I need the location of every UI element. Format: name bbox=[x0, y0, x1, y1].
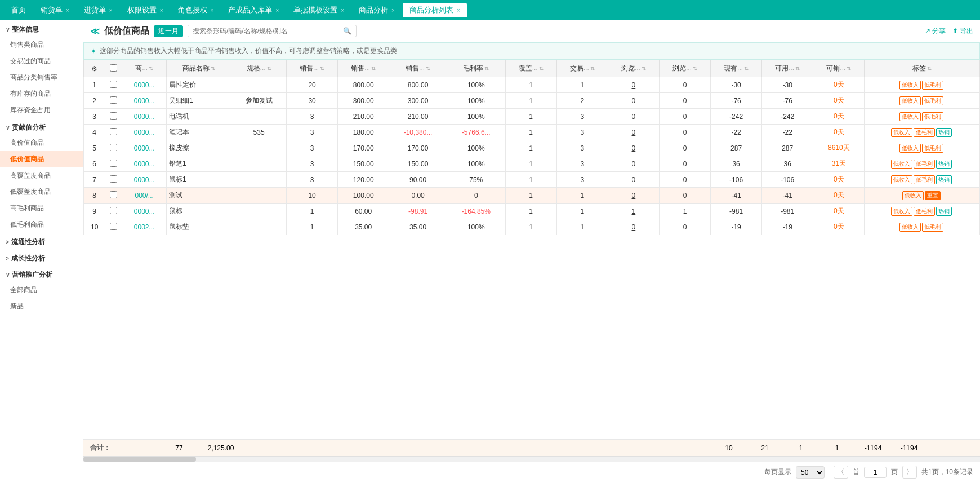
row-view1[interactable]: 0 bbox=[608, 219, 659, 235]
close-icon[interactable]: × bbox=[160, 7, 163, 14]
row-view1[interactable]: 0 bbox=[608, 109, 659, 125]
nav-item[interactable]: 进货单× bbox=[77, 3, 119, 17]
sort-icon[interactable]: ⇅ bbox=[539, 65, 544, 72]
col-header-view1[interactable]: 浏览...⇅ bbox=[608, 60, 659, 77]
close-icon[interactable]: × bbox=[457, 7, 460, 14]
share-btn[interactable]: ↗ 分享 bbox=[925, 26, 946, 36]
close-icon[interactable]: × bbox=[109, 7, 113, 14]
col-header-trade[interactable]: 交易...⇅ bbox=[556, 60, 608, 77]
nav-item[interactable]: 商品分析× bbox=[352, 3, 402, 17]
row-checkbox[interactable] bbox=[110, 81, 117, 88]
sort-icon[interactable]: ⇅ bbox=[371, 65, 376, 72]
nav-item[interactable]: 销货单× bbox=[34, 3, 76, 17]
per-page-select[interactable]: 50 100 200 bbox=[796, 466, 825, 479]
col-header-coverage[interactable]: 覆盖...⇅ bbox=[505, 60, 556, 77]
sidebar-item[interactable]: 低覆盖度商品 bbox=[0, 184, 83, 200]
row-checkbox[interactable] bbox=[110, 191, 117, 198]
next-page-btn[interactable]: 〉 bbox=[902, 466, 917, 479]
col-header-sellable[interactable]: 可销...⇅ bbox=[813, 60, 865, 77]
col-header-tags[interactable]: 标签⇅ bbox=[865, 60, 980, 77]
sidebar-group-title[interactable]: >流通性分析 bbox=[0, 233, 83, 249]
sidebar-item[interactable]: 库存资金占用 bbox=[0, 102, 83, 118]
row-checkbox[interactable] bbox=[110, 175, 117, 183]
row-view1[interactable]: 0 bbox=[608, 188, 659, 204]
sidebar-item[interactable]: 高毛利商品 bbox=[0, 200, 83, 216]
row-view1[interactable]: 0 bbox=[608, 77, 659, 93]
col-header-spec[interactable]: 规格...⇅ bbox=[231, 60, 287, 77]
sort-icon[interactable]: ⇅ bbox=[426, 65, 430, 72]
sidebar-group-title[interactable]: >成长性分析 bbox=[0, 249, 83, 266]
sidebar-item[interactable]: 高覆盖度商品 bbox=[0, 167, 83, 184]
prev-page-btn[interactable]: 〈 bbox=[834, 466, 848, 479]
col-header-current_stock[interactable]: 现有...⇅ bbox=[711, 60, 762, 77]
sort-icon[interactable]: ⇅ bbox=[744, 65, 749, 72]
settings-icon[interactable]: ⚙ bbox=[91, 65, 97, 73]
col-header-sales_amount[interactable]: 销售...⇅ bbox=[338, 60, 389, 77]
col-header-sales_profit[interactable]: 销售...⇅ bbox=[389, 60, 447, 77]
search-input[interactable] bbox=[193, 27, 341, 35]
col-header-checkbox[interactable] bbox=[105, 60, 122, 77]
col-header-id[interactable]: 商...⇅ bbox=[122, 60, 167, 77]
nav-item[interactable]: 单据模板设置× bbox=[287, 3, 351, 17]
col-header-settings[interactable]: ⚙ bbox=[84, 60, 105, 77]
sort-icon[interactable]: ⇅ bbox=[267, 65, 271, 72]
row-checkbox[interactable] bbox=[110, 144, 117, 151]
page-input[interactable] bbox=[864, 467, 887, 478]
row-view1[interactable]: 1 bbox=[608, 204, 659, 219]
select-all-checkbox[interactable] bbox=[110, 64, 117, 72]
sort-icon[interactable]: ⇅ bbox=[320, 65, 324, 72]
sort-icon[interactable]: ⇅ bbox=[847, 65, 851, 72]
close-icon[interactable]: × bbox=[66, 7, 69, 14]
sidebar-item[interactable]: 低毛利商品 bbox=[0, 216, 83, 233]
nav-item[interactable]: 首页 bbox=[5, 3, 33, 17]
sidebar-item[interactable]: 全部商品 bbox=[0, 282, 83, 298]
row-checkbox[interactable] bbox=[110, 207, 117, 214]
sidebar-item[interactable]: 高价值商品 bbox=[0, 135, 83, 151]
sort-icon[interactable]: ⇅ bbox=[693, 65, 697, 72]
row-view1[interactable]: 0 bbox=[608, 125, 659, 140]
search-icon[interactable]: 🔍 bbox=[343, 27, 351, 35]
col-header-sales_qty[interactable]: 销售...⇅ bbox=[287, 60, 338, 77]
sort-icon[interactable]: ⇅ bbox=[795, 65, 800, 72]
time-filter-btn[interactable]: 近一月 bbox=[154, 25, 183, 37]
sidebar-group-title[interactable]: ∨贡献值分析 bbox=[0, 118, 83, 135]
nav-item[interactable]: 权限设置× bbox=[121, 3, 170, 17]
sort-icon[interactable]: ⇅ bbox=[590, 65, 595, 72]
col-header-available[interactable]: 可用...⇅ bbox=[762, 60, 813, 77]
scroll-bar[interactable] bbox=[83, 456, 980, 462]
sidebar-item[interactable]: 低价值商品 bbox=[0, 151, 83, 167]
sidebar-item[interactable]: 交易过的商品 bbox=[0, 53, 83, 69]
row-view1[interactable]: 0 bbox=[608, 140, 659, 156]
row-checkbox[interactable] bbox=[110, 223, 117, 230]
sidebar-item[interactable]: 有库存的商品 bbox=[0, 86, 83, 102]
close-icon[interactable]: × bbox=[391, 7, 395, 14]
sort-icon[interactable]: ⇅ bbox=[642, 65, 646, 72]
row-view1[interactable]: 0 bbox=[608, 156, 659, 172]
sidebar-item[interactable]: 销售类商品 bbox=[0, 37, 83, 53]
nav-item[interactable]: 产成品入库单× bbox=[221, 3, 286, 17]
collapse-btn[interactable]: ≪ bbox=[90, 26, 100, 37]
sidebar-item[interactable]: 新品 bbox=[0, 298, 83, 315]
col-header-view2[interactable]: 浏览...⇅ bbox=[659, 60, 710, 77]
export-btn[interactable]: ⬆ 导出 bbox=[952, 26, 973, 36]
nav-item[interactable]: 角色授权× bbox=[171, 3, 221, 17]
row-checkbox[interactable] bbox=[110, 160, 117, 167]
sidebar-group-title[interactable]: ∨整体信息 bbox=[0, 20, 83, 37]
sort-icon[interactable]: ⇅ bbox=[211, 65, 215, 72]
sort-icon[interactable]: ⇅ bbox=[149, 65, 153, 72]
row-checkbox[interactable] bbox=[110, 112, 117, 120]
nav-item[interactable]: 商品分析列表× bbox=[403, 3, 467, 17]
col-header-gross_margin[interactable]: 毛利率⇅ bbox=[447, 60, 505, 77]
row-checkbox[interactable] bbox=[110, 128, 117, 135]
row-view1[interactable]: 0 bbox=[608, 172, 659, 188]
sort-icon[interactable]: ⇅ bbox=[927, 65, 932, 72]
row-checkbox[interactable] bbox=[110, 96, 117, 104]
close-icon[interactable]: × bbox=[211, 7, 214, 14]
sort-icon[interactable]: ⇅ bbox=[484, 65, 489, 72]
sidebar-item[interactable]: 商品分类销售率 bbox=[0, 69, 83, 86]
close-icon[interactable]: × bbox=[341, 7, 344, 14]
row-view1[interactable]: 0 bbox=[608, 93, 659, 109]
col-header-name[interactable]: 商品名称⇅ bbox=[166, 60, 231, 77]
sidebar-group-title[interactable]: ∨营销推广分析 bbox=[0, 266, 83, 282]
close-icon[interactable]: × bbox=[275, 7, 279, 14]
